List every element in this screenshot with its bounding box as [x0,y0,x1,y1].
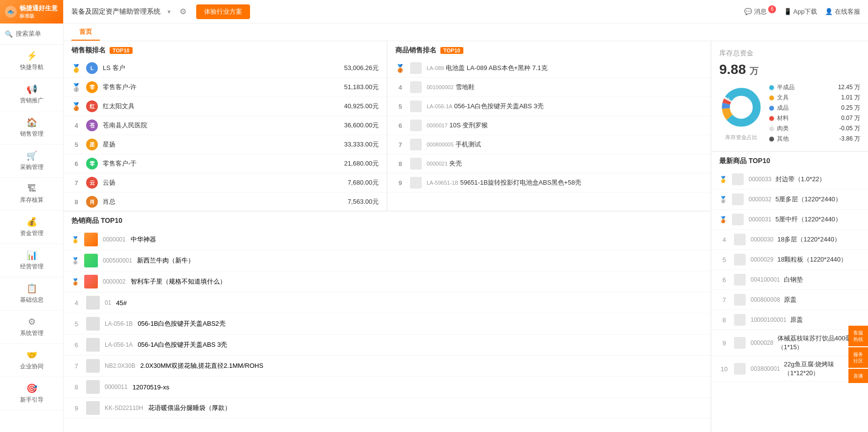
customer-name: 零售客户-于 [103,159,339,168]
customer-service-button[interactable]: 客服热线 [848,326,868,346]
rank-number: 4 [71,122,81,129]
product-code: 0000021 [427,161,448,167]
sidebar-search[interactable]: 🔍 搜索菜单 [0,24,63,45]
product-info: 10000100001 原盖 [751,315,860,324]
sidebar-item-label: 销售管理 [20,130,44,138]
quick-nav-icon: ⚡ [26,50,37,61]
rank-number: 7 [395,141,405,148]
tab-home[interactable]: 首页 [71,24,100,41]
new-products-header: 最新商品 TOP10 [711,152,868,169]
gold-medal-icon: 🥇 [71,64,81,73]
donut-chart: 库存资金占比 [719,85,763,141]
product-thumb [410,139,422,150]
sidebar: 🐟 畅捷通好生意 标准版 🔍 搜索菜单 ⚡ 快捷导航 📢 营销推广 🏠 销售管理… [0,0,64,432]
sidebar-item-finance[interactable]: 💰 资金管理 [0,211,63,244]
product-name: 056-1B白色按键开关盖ABS2壳 [137,319,225,328]
main-area: 装备及固定资产辅助管理系统 ▼ ⚙ 体验行业方案 💬 消息 6 📱 App下载 … [64,0,868,432]
product-thumb [84,275,98,288]
inventory-icon: 🏗 [27,184,36,194]
product-code: LA-089 [427,65,444,71]
product-info: 000800005 手机测试 [427,140,703,149]
product-name: 59651-1B旋转投影灯电池盒ABS黑色+58壳 [460,179,581,186]
float-buttons: 客服热线 服务社区 直播 [848,326,868,383]
silver-medal-icon: 🥈 [71,257,79,264]
customer-name: 红太阳文具 [103,102,339,111]
product-info: 000800008 原盖 [751,295,860,304]
product-thumb [86,296,100,310]
sales-ranking-header: 销售额排名 TOP10 [64,41,387,59]
message-badge: 6 [768,5,776,13]
list-item: 8 10000100001 原盖 [711,310,868,330]
inventory-title: 库存总资金 [719,49,860,58]
legend-item: 成品 0.25 万 [769,104,860,112]
table-row: 7 000800005 手机测试 [388,135,710,154]
sidebar-item-system[interactable]: ⚙ 系统管理 [0,311,63,344]
product-thumb [84,233,98,246]
message-button[interactable]: 💬 消息 6 [744,7,776,16]
product-thumb [734,294,746,306]
system-name: 装备及固定资产辅助管理系统 [71,7,160,16]
legend-value: 12.45 万 [838,83,860,92]
sidebar-item-sales[interactable]: 🏠 销售管理 [0,111,63,144]
product-code: 000500001 [103,257,132,264]
sidebar-item-purchase[interactable]: 🛒 采购管理 [0,144,63,178]
legend-value: 1.01 万 [841,94,860,102]
sidebar-item-label: 基础信息 [20,296,44,304]
list-item: 🥇 0000033 封边带（1.0*22） [711,169,868,190]
sidebar-item-quick-nav[interactable]: ⚡ 快捷导航 [0,45,63,78]
tab-home-label: 首页 [79,27,92,36]
legend-value: 0.07 万 [841,114,860,122]
sidebar-item-enterprise[interactable]: 🤝 企业协同 [0,344,63,377]
settings-icon[interactable]: ⚙ [180,7,186,16]
product-name: 原盖 [790,315,803,324]
rank-number: 7 [71,362,81,370]
legend-color-dot [769,116,774,121]
avatar: 红 [86,100,98,112]
product-code: 0000028 [751,339,774,346]
avatar: L [86,62,98,74]
marketing-icon: 📢 [26,84,37,95]
product-name: 45# [116,299,127,307]
gold-medal-icon: 🥇 [71,236,79,243]
app-edition: 标准版 [20,13,58,20]
product-info: 0000031 5厘中纤（1220*2440） [749,215,860,224]
sidebar-item-guide[interactable]: 🎯 新手引导 [0,377,63,410]
message-label: 消息 [754,8,767,15]
new-products-section: 最新商品 TOP10 🥇 0000033 封边带（1.0*22） 🥈 [711,152,868,432]
product-thumb [86,338,100,352]
product-code: 01 [105,299,111,306]
product-ranking-list: 🥉 LA-089 电池盖 LA-089 ABS本色+黑种 7.1克 4 [388,59,710,192]
search-menu-button[interactable]: 🔍 搜索菜单 [5,27,58,40]
sidebar-item-inventory[interactable]: 🏗 库存核算 [0,178,63,211]
chart-caption: 库存资金占比 [719,134,763,141]
rank-number: 5 [719,256,729,264]
legend-item: 肉类 -0.05 万 [769,124,860,133]
product-code: 001000002 [427,84,454,90]
legend-color-dot [769,137,774,142]
legend-value: -3.86 万 [839,135,860,143]
sidebar-item-label: 采购管理 [20,163,44,171]
inventory-unit: 万 [750,66,758,76]
product-ranking-title: 商品销售排名 [395,46,436,55]
product-name: 雪地鞋 [456,83,475,91]
product-name: 封边带（1.0*22） [776,175,826,184]
app-download-button[interactable]: 📱 App下载 [784,7,817,16]
trial-button[interactable]: 体验行业方案 [196,4,250,19]
app-name: 畅捷通好生意 [20,4,58,13]
product-info: LA-59651-1B 59651-1B旋转投影灯电池盒ABS黑色+58壳 [427,178,703,187]
online-service-button[interactable]: 👤 在线客服 [825,7,860,16]
sidebar-item-basic-info[interactable]: 📋 基础信息 [0,277,63,311]
list-item: 7 000800008 原盖 [711,290,868,310]
hot-products-title: 热销商品 TOP10 [71,216,122,225]
sales-amount: 36,600.00元 [344,121,379,130]
legend-name: 材料 [777,114,838,122]
sidebar-item-marketing[interactable]: 📢 营销推广 [0,78,63,111]
legend-item: 半成品 12.45 万 [769,83,860,92]
live-stream-button[interactable]: 直播 [848,369,868,383]
product-name: 18多层（1220*2440） [777,235,841,244]
sidebar-item-label: 营销推广 [20,96,44,105]
sidebar-item-operations[interactable]: 📊 经营管理 [0,244,63,277]
service-community-button[interactable]: 服务社区 [848,347,868,368]
product-name: 智利车子里（规格不知道填什么） [131,277,226,286]
sales-amount: 40,925.00元 [344,102,379,111]
